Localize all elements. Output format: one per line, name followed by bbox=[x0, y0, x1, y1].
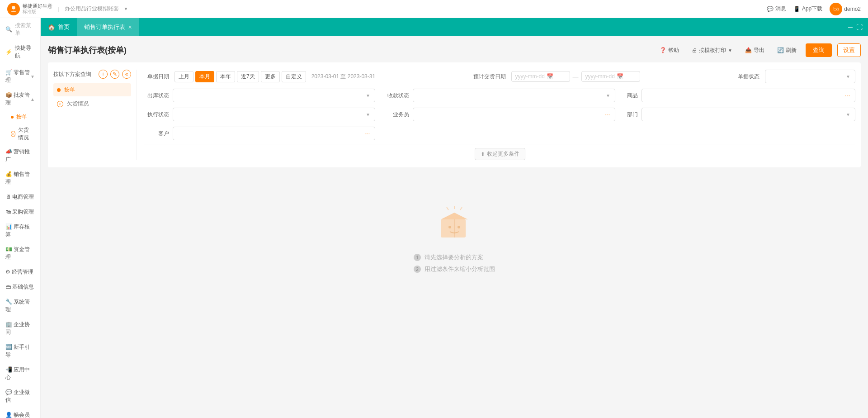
help-icon: ❓ bbox=[660, 47, 666, 53]
sidebar-item-corp[interactable]: 🏢 企业协同 bbox=[0, 317, 40, 340]
goods-label: 商品 bbox=[624, 92, 638, 100]
scheme-item-debt[interactable]: ○ 欠货情况 bbox=[53, 97, 131, 110]
print-dropdown-icon: ▼ bbox=[728, 48, 732, 53]
svg-point-7 bbox=[458, 226, 460, 228]
scheme-item-orders[interactable]: 按单 bbox=[53, 83, 131, 96]
customer-input[interactable]: ··· bbox=[173, 127, 375, 140]
filter-item-dept: 部门 ▼ bbox=[624, 108, 855, 121]
help-btn[interactable]: ❓ 帮助 bbox=[656, 45, 683, 56]
scheme-add-btn[interactable]: + bbox=[99, 70, 108, 79]
tab-sales-order-exec[interactable]: 销售订单执行表 ✕ bbox=[77, 18, 139, 36]
page-title-bar: 销售订单执行表(按单) ❓ 帮助 🖨 按模板打印 ▼ 📤 导出 bbox=[48, 43, 861, 57]
date-range-display: 2023-03-01 至 2023-03-31 bbox=[311, 73, 375, 81]
logo-area: 畅捷通好生意 标准版 bbox=[7, 3, 52, 15]
sidebar-item-appcenter[interactable]: 📲 应用中心 bbox=[0, 362, 40, 385]
refresh-icon: 🔄 bbox=[777, 47, 784, 53]
sidebar-item-sys[interactable]: 🔧 系统管理 bbox=[0, 294, 40, 317]
tab-expand-icon[interactable]: ⛶ bbox=[856, 24, 863, 31]
scheme-circle-icon: ○ bbox=[57, 101, 63, 107]
receipt-status-select[interactable]: ▼ bbox=[413, 89, 615, 102]
goods-input[interactable]: ··· bbox=[642, 89, 855, 102]
svg-rect-1 bbox=[441, 219, 466, 238]
date-btn-7days[interactable]: 近7天 bbox=[237, 71, 259, 82]
filter-item-salesperson: 业务员 ··· bbox=[384, 108, 615, 121]
filter-row-2: 出库状态 ▼ 收款状态 ▼ bbox=[144, 89, 855, 102]
sidebar-subitem-debt[interactable]: ○ 欠货情况 bbox=[0, 124, 40, 144]
sidebar-subitem-orders[interactable]: 按单 bbox=[0, 110, 40, 124]
filter-item-ship: 出库状态 ▼ bbox=[144, 89, 375, 102]
query-btn[interactable]: 查询 bbox=[806, 43, 832, 57]
sidebar-item-sales[interactable]: 💰 销售管理 bbox=[0, 167, 40, 190]
filter-container: 按以下方案查询 + ✎ « 按单 ○ 欠货情况 bbox=[48, 62, 861, 167]
salesperson-label: 业务员 bbox=[384, 111, 409, 119]
sidebar-quick-nav[interactable]: ⚡ 快捷导航 bbox=[0, 41, 40, 63]
date-btn-more[interactable]: 更多 bbox=[261, 71, 280, 82]
salesperson-input[interactable]: ··· bbox=[413, 108, 615, 121]
top-header: 畅捷通好生意 标准版 | 办公用品行业模拟账套 ▼ 💬 消息 📱 App下载 E… bbox=[0, 0, 868, 18]
ship-status-select[interactable]: ▼ bbox=[173, 89, 375, 102]
print-icon: 🖨 bbox=[692, 47, 697, 53]
scheme-collapse-btn[interactable]: « bbox=[122, 70, 131, 79]
app-download-btn[interactable]: 📱 App下载 bbox=[793, 5, 822, 13]
print-btn[interactable]: 🖨 按模板打印 ▼ bbox=[688, 45, 736, 56]
page-actions: ❓ 帮助 🖨 按模板打印 ▼ 📤 导出 🔄 刷新 bbox=[656, 43, 861, 57]
tab-home[interactable]: 🏠 首页 bbox=[41, 18, 77, 36]
scheme-edit-btn[interactable]: ✎ bbox=[110, 70, 119, 79]
breadcrumb-dropdown-icon[interactable]: ▼ bbox=[123, 6, 128, 11]
sidebar-item-wechat[interactable]: 💬 企业微信 bbox=[0, 385, 40, 408]
doc-status-chevron-icon: ▼ bbox=[846, 74, 850, 79]
sidebar-item-marketing[interactable]: 📣 营销推广 bbox=[0, 144, 40, 167]
tab-close-icon[interactable]: ✕ bbox=[128, 24, 132, 30]
tab-bar-right: ─ ⛶ bbox=[848, 24, 868, 31]
filter-row-4: 客户 ··· bbox=[144, 127, 855, 140]
sidebar-item-wholesale[interactable]: 📦 批发管理 ▲ bbox=[0, 88, 40, 110]
tip-2-num: 2 bbox=[414, 266, 421, 273]
delivery-date-end[interactable]: yyyy-mm-dd 📅 bbox=[581, 71, 640, 82]
sidebar-item-finance[interactable]: 💵 资金管理 bbox=[0, 242, 40, 265]
sidebar-item-retail[interactable]: 🛒 零售管理 ▼ bbox=[0, 65, 40, 88]
date-label: 单据日期 bbox=[144, 73, 169, 81]
scheme-dot-icon bbox=[57, 88, 61, 92]
customer-dots-icon: ··· bbox=[364, 130, 370, 137]
dept-chevron-icon: ▼ bbox=[846, 112, 850, 117]
sidebar-item-purchase[interactable]: 🛍 采购管理 bbox=[0, 204, 40, 219]
date-btn-custom[interactable]: 自定义 bbox=[282, 71, 306, 82]
doc-status-select[interactable]: ▼ bbox=[765, 70, 855, 83]
tab-minimize-icon[interactable]: ─ bbox=[848, 24, 853, 31]
scheme-panel-title: 按以下方案查询 bbox=[53, 71, 91, 78]
delivery-date-start[interactable]: yyyy-mm-dd 📅 bbox=[511, 71, 570, 82]
tip-2-text: 用过滤条件来缩小分析范围 bbox=[425, 265, 495, 273]
export-btn[interactable]: 📤 导出 bbox=[741, 45, 768, 56]
salesperson-dots-icon: ··· bbox=[604, 111, 610, 118]
filter-item-receipt: 收款状态 ▼ bbox=[384, 89, 615, 102]
sidebar-item-member[interactable]: 👤 畅会员 bbox=[0, 408, 40, 418]
user-avatar: Ea bbox=[830, 3, 842, 15]
sidebar-item-new[interactable]: 🆕 新手引导 bbox=[0, 340, 40, 362]
logo-text: 畅捷通好生意 标准版 bbox=[23, 3, 52, 14]
date-btn-last-month[interactable]: 上月 bbox=[175, 71, 193, 82]
collapse-up-icon: ⬆ bbox=[481, 151, 485, 157]
sidebar-item-ops[interactable]: ⚙ 经营管理 bbox=[0, 265, 40, 280]
orders-dot-icon bbox=[11, 116, 14, 119]
collapse-btn[interactable]: ⬆ 收起更多条件 bbox=[475, 148, 525, 160]
date-btn-this-year[interactable]: 本年 bbox=[216, 71, 235, 82]
empty-tip-2: 2 用过滤条件来缩小分析范围 bbox=[414, 265, 495, 273]
message-btn[interactable]: 💬 消息 bbox=[767, 5, 786, 13]
user-menu-btn[interactable]: Ea demo2 bbox=[830, 3, 861, 15]
calendar-end-icon: 📅 bbox=[617, 73, 623, 80]
sidebar-item-base[interactable]: 🗃 基础信息 bbox=[0, 280, 40, 294]
dept-select[interactable]: ▼ bbox=[642, 108, 855, 121]
svg-point-0 bbox=[12, 6, 15, 10]
sidebar-search-menu[interactable]: 🔍 搜索菜单 bbox=[0, 18, 40, 41]
empty-state: 1 请先选择要分析的方案 2 用过滤条件来缩小分析范围 bbox=[48, 167, 861, 309]
settings-btn[interactable]: 设置 bbox=[837, 43, 861, 57]
exec-status-select[interactable]: ▼ bbox=[173, 108, 375, 121]
doc-status-label: 单据状态 bbox=[738, 73, 760, 81]
message-icon: 💬 bbox=[767, 6, 774, 12]
date-btn-this-month[interactable]: 本月 bbox=[195, 71, 214, 82]
header-left: 畅捷通好生意 标准版 | 办公用品行业模拟账套 ▼ bbox=[7, 3, 128, 15]
refresh-btn[interactable]: 🔄 刷新 bbox=[774, 45, 800, 56]
sidebar-item-stock[interactable]: 📊 库存核算 bbox=[0, 219, 40, 242]
ship-status-chevron-icon: ▼ bbox=[366, 93, 370, 98]
sidebar-item-ecom[interactable]: 🖥 电商管理 bbox=[0, 190, 40, 204]
